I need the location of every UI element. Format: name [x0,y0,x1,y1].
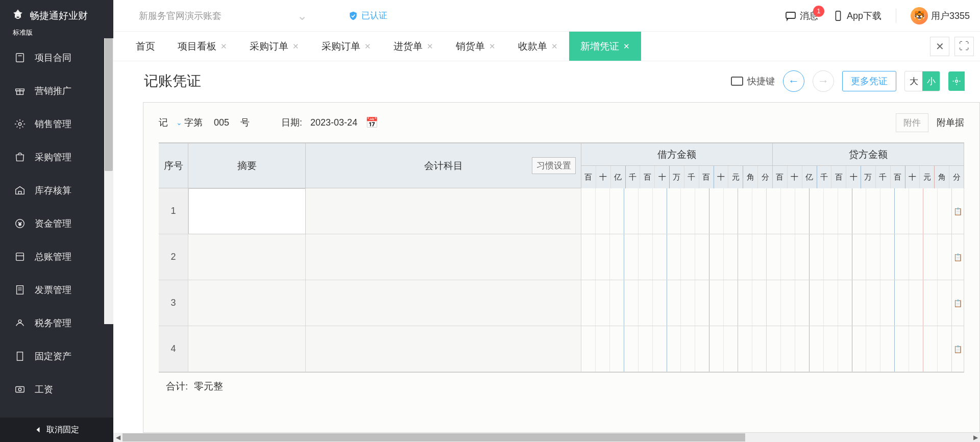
brand-logo-icon [10,8,26,23]
voucher-prefix: 记 [159,116,168,129]
tab-receipt[interactable]: 收款单✕ [507,32,569,61]
tab-label: 销货单 [456,40,485,53]
sidebar-item-marketing[interactable]: 营销推广 [0,74,113,107]
table-row: 3📋 [159,280,964,326]
sidebar-nav: 项目合同 营销推广 销售管理 采购管理 库存核算 ¥资金管理 总账管理 发票管理… [0,41,113,418]
sidebar-item-biz[interactable]: 经营管理 [0,406,113,418]
scroll-right-icon[interactable]: ▶ [971,433,980,442]
debit-amount[interactable] [581,188,767,234]
debit-amount[interactable] [581,280,767,326]
unit-cell: 角 [743,166,758,188]
account-input[interactable] [306,188,581,234]
header-abstract: 摘要 [188,143,306,188]
sidebar-item-tax[interactable]: 税务管理 [0,306,113,339]
tab-purchase-order-2[interactable]: 采购订单✕ [310,32,382,61]
row-action-button[interactable]: 📋 [952,234,964,280]
tab-goods-out[interactable]: 销货单✕ [445,32,507,61]
account-selector[interactable]: 新服务官网演示账套 ⌄ [124,0,338,31]
credit-amount[interactable] [767,280,952,326]
header-account-label: 会计科目 [424,159,463,173]
sidebar-item-contract[interactable]: 项目合同 [0,41,113,74]
header-account: 会计科目 习惯设置 [306,143,581,188]
svg-point-20 [18,388,21,391]
tab-project-board[interactable]: 项目看板✕ [166,32,238,61]
account-input[interactable] [306,326,581,372]
app-download-button[interactable]: App下载 [832,10,881,22]
sidebar-item-ledger[interactable]: 总账管理 [0,240,113,273]
credit-amount[interactable] [767,234,952,280]
sidebar-item-label: 采购管理 [35,151,71,163]
tab-goods-in[interactable]: 进货单✕ [382,32,445,61]
sidebar-item-label: 发票管理 [35,284,71,296]
tab-label: 新增凭证 [580,40,619,53]
shortcut-label: 快捷键 [747,75,775,87]
abstract-input[interactable] [188,188,306,234]
more-vouchers-button[interactable]: 更多凭证 [842,71,896,91]
habit-settings-button[interactable]: 习惯设置 [532,157,576,174]
credit-amount[interactable] [767,188,952,234]
debit-amount[interactable] [581,234,767,280]
verified-badge: 已认证 [348,10,387,21]
total-text: 零元整 [194,380,223,393]
close-all-tabs-button[interactable]: ✕ [930,37,949,56]
grid-body: 1📋2📋3📋4📋 [159,188,964,372]
user-menu[interactable]: 🐯 用户3355 [911,7,970,24]
voucher-number-input[interactable]: 005 [211,116,232,129]
fullscreen-button[interactable]: ⛶ [954,37,974,56]
close-icon[interactable]: ✕ [489,42,496,51]
shortcut-button[interactable]: 快捷键 [731,75,775,87]
attachment-button[interactable]: 附件 [896,113,928,132]
scroll-left-icon[interactable]: ◀ [113,433,122,442]
credit-amount[interactable] [767,326,952,372]
close-icon[interactable]: ✕ [220,42,227,51]
sidebar-item-assets[interactable]: 固定资产 [0,339,113,373]
sidebar-item-label: 资金管理 [35,217,71,230]
sidebar-item-purchase[interactable]: 采购管理 [0,140,113,174]
abstract-input[interactable] [188,234,306,280]
close-icon[interactable]: ✕ [364,42,371,51]
messages-button[interactable]: 消息 1 [785,10,818,22]
date-value[interactable]: 2023-03-24 [310,117,357,128]
header-credit: 贷方金额 百十亿千百十万千百十元角分 [773,143,964,188]
abstract-input[interactable] [188,326,306,372]
scrollbar-thumb[interactable] [105,38,113,171]
calendar-icon[interactable]: 📅 [365,116,378,129]
tab-home[interactable]: 首页 [125,32,166,61]
svg-point-15 [18,320,21,323]
sidebar-item-salary[interactable]: 工资 [0,373,113,406]
row-action-button[interactable]: 📋 [952,326,964,372]
tab-purchase-order-1[interactable]: 采购订单✕ [238,32,310,61]
sidebar-item-sales[interactable]: 销售管理 [0,107,113,140]
close-icon[interactable]: ✕ [292,42,299,51]
grid-footer: 合计: 零元整 [159,372,964,400]
close-icon[interactable]: ✕ [551,42,558,51]
voucher-prefix-selector[interactable]: ⌄字第 [176,116,203,129]
close-icon[interactable]: ✕ [427,42,433,51]
debit-amount[interactable] [581,326,767,372]
horizontal-scrollbar[interactable]: ◀ ▶ [113,433,980,442]
close-icon[interactable]: ✕ [623,42,630,51]
abstract-input[interactable] [188,280,306,326]
size-large-button[interactable]: 大 [905,71,922,91]
unpin-label: 取消固定 [46,425,79,435]
sidebar-item-label: 销售管理 [35,118,71,130]
account-input[interactable] [306,280,581,326]
size-small-button[interactable]: 小 [922,71,940,91]
sidebar-item-inventory[interactable]: 库存核算 [0,174,113,207]
sidebar-item-funds[interactable]: ¥资金管理 [0,207,113,240]
sidebar-scrollbar[interactable] [104,38,113,324]
prev-voucher-button[interactable]: ← [783,70,804,92]
unpin-button[interactable]: 取消固定 [0,418,113,442]
row-action-button[interactable]: 📋 [952,188,964,234]
scrollbar-thumb[interactable] [122,433,745,441]
page-title: 记账凭证 [144,71,201,91]
tab-new-voucher[interactable]: 新增凭证✕ [569,32,641,61]
svg-rect-22 [786,12,795,18]
account-input[interactable] [306,234,581,280]
settings-tag-button[interactable] [948,71,965,91]
sidebar-item-invoice[interactable]: 发票管理 [0,273,113,306]
seq-cell: 2 [159,234,188,280]
next-voucher-button[interactable]: → [813,70,834,92]
unit-cell: 亿 [802,166,817,188]
row-action-button[interactable]: 📋 [952,280,964,326]
